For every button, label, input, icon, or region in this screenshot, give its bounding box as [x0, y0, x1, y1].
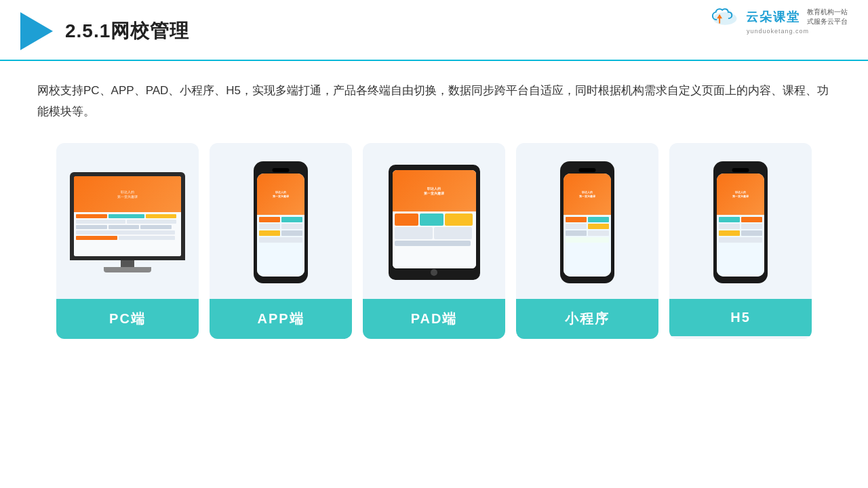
pc-screen-label: 职达人的第一堂兴趣课: [117, 190, 138, 199]
brand-name-en: yunduoketang.com: [747, 28, 809, 35]
cloud-icon: [708, 7, 742, 27]
h5-phone-screen: 职达人的第一堂兴趣课: [717, 174, 764, 277]
card-pc: 职达人的第一堂兴趣课: [56, 143, 199, 339]
mini-screen-text: 职达人的第一堂兴趣课: [579, 190, 595, 198]
h5-screen-text: 职达人的第一堂兴趣课: [732, 190, 749, 198]
description-text: 网校支持PC、APP、PAD、小程序、H5，实现多端打通，产品各终端自由切换，数…: [37, 80, 831, 123]
card-pad-image: 职达人的第一堂兴趣课: [363, 143, 505, 299]
main-content: 网校支持PC、APP、PAD、小程序、H5，实现多端打通，产品各终端自由切换，数…: [0, 61, 868, 352]
card-pc-label: PC端: [56, 299, 199, 339]
card-h5-label: H5: [669, 299, 812, 336]
header: 2.5.1网校管理 云朵课堂 教育机构一站 式服务云平台 yunduoketan…: [0, 0, 868, 61]
card-pc-image: 职达人的第一堂兴趣课: [56, 143, 199, 299]
phone-notch: [273, 168, 290, 172]
brand-icon-group: 云朵课堂 教育机构一站 式服务云平台: [708, 7, 848, 27]
brand-name-cn: 云朵课堂: [746, 9, 800, 25]
tablet-screen-text: 职达人的第一堂兴趣课: [424, 186, 444, 196]
cards-container: 职达人的第一堂兴趣课: [37, 143, 831, 339]
phone-screen-text: 职达人的第一堂兴趣课: [273, 190, 289, 198]
mini-phone-mock: 职达人的第一堂兴趣课: [560, 161, 614, 283]
card-mini-label: 小程序: [516, 299, 658, 339]
h5-phone-mock: 职达人的第一堂兴趣课: [713, 161, 768, 283]
h5-phone-notch: [732, 168, 749, 172]
tablet-mock: 职达人的第一堂兴趣课: [389, 165, 480, 280]
app-phone-mock: 职达人的第一堂兴趣课: [254, 161, 308, 283]
tablet-home-button: [431, 269, 437, 276]
mini-phone-screen: 职达人的第一堂兴趣课: [564, 174, 611, 277]
card-app-image: 职达人的第一堂兴趣课: [210, 143, 352, 299]
card-pad: 职达人的第一堂兴趣课: [363, 143, 505, 339]
pc-device-mock: 职达人的第一堂兴趣课: [70, 172, 185, 272]
page-title: 2.5.1网校管理: [65, 18, 189, 44]
card-mini: 职达人的第一堂兴趣课: [516, 143, 658, 339]
tablet-screen: 职达人的第一堂兴趣课: [393, 170, 476, 268]
card-h5: 职达人的第一堂兴趣课: [669, 143, 812, 339]
svg-point-0: [713, 12, 737, 25]
card-app: 职达人的第一堂兴趣课: [210, 143, 352, 339]
card-h5-image: 职达人的第一堂兴趣课: [669, 143, 812, 299]
logo-triangle-icon: [20, 12, 53, 50]
card-app-label: APP端: [210, 299, 352, 339]
mini-phone-notch: [579, 168, 596, 172]
card-pad-label: PAD端: [363, 299, 505, 339]
brand-logo: 云朵课堂 教育机构一站 式服务云平台 yunduoketang.com: [708, 7, 848, 35]
phone-screen: 职达人的第一堂兴趣课: [257, 174, 304, 277]
card-mini-image: 职达人的第一堂兴趣课: [516, 143, 658, 299]
brand-slogan: 教育机构一站 式服务云平台: [807, 7, 848, 26]
